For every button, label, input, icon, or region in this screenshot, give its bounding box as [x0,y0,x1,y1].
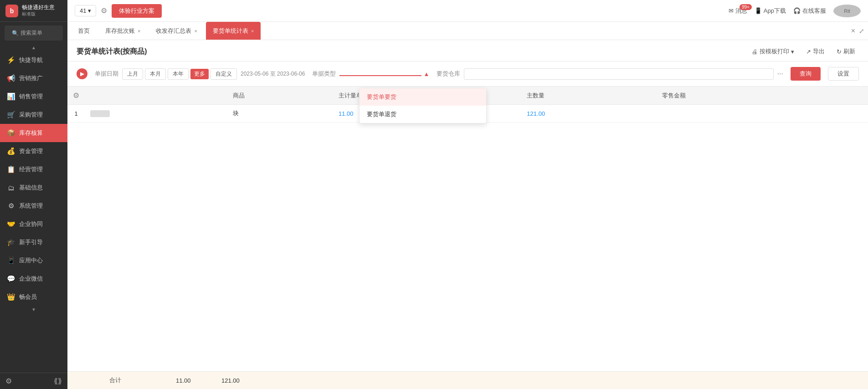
tab-receive-summary[interactable]: 收发存汇总表 × [149,22,204,40]
type-filter-input: ▲ [339,71,429,77]
close-all-icon[interactable]: × [851,27,855,35]
tab-close-order-stats[interactable]: × [251,28,254,34]
cell-unit-1: 块 [227,105,333,123]
sidebar-item-basic-info[interactable]: 🗂 基础信息 [0,179,67,197]
col-amount: 零售金额 [657,87,817,105]
date-filter-section: 单据日期 上月 本月 本年 更多 自定义 2023-05-06 至 2023-0… [95,68,305,80]
sidebar-item-enterprise-wx[interactable]: 💬 企业微信 [0,270,67,288]
sidebar-item-sales[interactable]: 📊 销售管理 [0,87,67,106]
dropdown-item-return[interactable]: 要货单退货 [360,106,486,123]
page-header: 要货单统计表(按商品) 🖨 按模板打印 ▾ ↗ 导出 ↻ 刷新 [67,40,868,61]
basic-info-icon: 🗂 [6,183,15,192]
export-button[interactable]: ↗ 导出 [802,46,828,57]
sidebar-item-app-center[interactable]: 📱 应用中心 [0,251,67,270]
col-product: 商品 [227,87,333,105]
cell-product-1 [85,105,227,123]
sidebar-item-finance[interactable]: 💰 资金管理 [0,142,67,160]
cell-amount-1[interactable]: 121.00 [521,105,656,123]
sidebar-item-membership[interactable]: 👑 畅会员 [0,288,67,306]
sidebar-item-inventory[interactable]: 📦 库存核算 [0,124,67,142]
topbar-left: 41 ▾ ⚙ 体验行业方案 [75,4,162,18]
user-avatar[interactable]: Rit [833,5,861,17]
settings-icon[interactable]: ⚙ [5,377,12,385]
col-seq [85,87,227,105]
sidebar-item-marketing[interactable]: 📢 营销推广 [0,69,67,87]
app-center-icon: 📱 [6,256,15,265]
operations-icon: 📋 [6,165,15,174]
col-settings-icon[interactable]: ⚙ [73,92,79,99]
sidebar-item-operations[interactable]: 📋 经营管理 [0,160,67,179]
col-settings: ⚙ [67,87,85,105]
sidebar-item-system[interactable]: ⚙ 系统管理 [0,197,67,215]
sidebar-logo: b 畅捷通好生意 标准版 [0,0,67,22]
expand-icon[interactable]: ⤢ [859,27,864,35]
sidebar-item-purchase[interactable]: 🛒 采购管理 [0,106,67,124]
guide-icon: 🎓 [6,238,15,247]
filter-bar: ▶ 单据日期 上月 本月 本年 更多 自定义 2023-05-06 至 2023… [67,61,868,87]
warehouse-filter-input[interactable] [464,68,773,80]
print-button[interactable]: 🖨 按模板打印 ▾ [748,46,798,57]
scroll-up-indicator: ▲ [0,44,67,51]
table-footer: 合计 11.00 121.00 [67,371,868,389]
date-range-display: 2023-05-06 至 2023-06-06 [241,70,305,78]
prev-month-button[interactable]: 上月 [122,68,143,80]
membership-icon: 👑 [6,292,15,302]
footer-amount: 121.00 [221,377,267,384]
trial-button[interactable]: 体验行业方案 [112,4,162,18]
collapse-icon[interactable]: ⟪⟫ [54,377,62,385]
tab-inventory-batch[interactable]: 库存批次账 × [98,22,147,40]
custom-date-button[interactable]: 自定义 [211,68,237,80]
messages-button[interactable]: ✉ 消息 99+ [729,7,747,15]
sidebar-item-quick-nav[interactable]: ⚡ 快捷导航 [0,51,67,69]
dropdown-item-requisition[interactable]: 要货单要货 [360,88,486,106]
topbar-right: ✉ 消息 99+ 📱 App下载 🎧 在线客服 Rit [729,5,861,17]
cell-seq-1: 1 [67,105,85,123]
system-icon: ⚙ [6,201,15,210]
print-icon: 🖨 [752,48,758,55]
headset-icon: 🎧 [793,7,801,14]
topbar: 41 ▾ ⚙ 体验行业方案 ✉ 消息 99+ 📱 App下载 🎧 在线客服 Ri… [67,0,868,22]
current-year-button[interactable]: 本年 [168,68,189,80]
brand-text: 畅捷通好生意 标准版 [22,4,55,18]
scroll-down-indicator: ▼ [0,306,67,313]
tab-close-inventory-batch[interactable]: × [138,28,140,34]
warehouse-filter-section: 要货仓库 ··· [437,68,783,80]
type-dropdown: 要货单要货 要货单退货 [359,88,487,123]
page-content: 要货单统计表(按商品) 🖨 按模板打印 ▾ ↗ 导出 ↻ 刷新 ▶ [67,40,868,389]
tab-order-stats[interactable]: 要货单统计表 × [206,22,261,40]
search-icon: 🔍 [12,30,19,36]
quick-nav-icon: ⚡ [6,56,15,65]
date-quick-buttons: 上月 本月 本年 更多 自定义 [122,68,237,80]
footer-qty: 11.00 [176,377,221,384]
footer-label: 合计 [109,376,121,384]
type-filter-label: 单据类型 [312,70,336,78]
enterprise-wx-icon: 💬 [6,274,15,283]
gear-icon[interactable]: ⚙ [101,6,107,15]
more-dates-badge[interactable]: 更多 [190,69,209,79]
type-chevron-up-icon[interactable]: ▲ [423,71,429,77]
search-menu[interactable]: 🔍 搜索菜单 [5,26,63,41]
tabbar: 首页 库存批次账 × 收发存汇总表 × 要货单统计表 × × ⤢ [67,22,868,40]
settings-button[interactable]: 设置 [828,67,859,81]
more-filters-icon[interactable]: ··· [777,70,783,78]
type-select[interactable] [339,72,421,76]
filter-expand-button[interactable]: ▶ [77,68,87,79]
refresh-icon: ↻ [837,48,842,55]
type-filter-section: 单据类型 ▲ [312,70,429,78]
tabbar-actions: × ⤢ [851,27,864,35]
app-download-button[interactable]: 📱 App下载 [755,7,786,15]
tab-close-receive-summary[interactable]: × [194,28,197,34]
sidebar-item-guide[interactable]: 🎓 新手引导 [0,233,67,251]
page-title: 要货单统计表(按商品) [77,47,147,56]
sidebar-item-enterprise[interactable]: 🤝 企业协同 [0,215,67,233]
company-selector[interactable]: 41 ▾ [75,5,96,16]
tab-home[interactable]: 首页 [71,22,97,40]
online-service-button[interactable]: 🎧 在线客服 [793,7,826,15]
query-button[interactable]: 查询 [791,67,821,81]
refresh-button[interactable]: ↻ 刷新 [833,46,859,57]
marketing-icon: 📢 [6,74,15,83]
phone-icon: 📱 [755,7,762,14]
current-month-button[interactable]: 本月 [145,68,166,80]
sidebar-nav: ▲ ⚡ 快捷导航 📢 营销推广 📊 销售管理 🛒 采购管理 📦 库存核算 💰 资… [0,44,67,373]
sales-icon: 📊 [6,92,15,101]
